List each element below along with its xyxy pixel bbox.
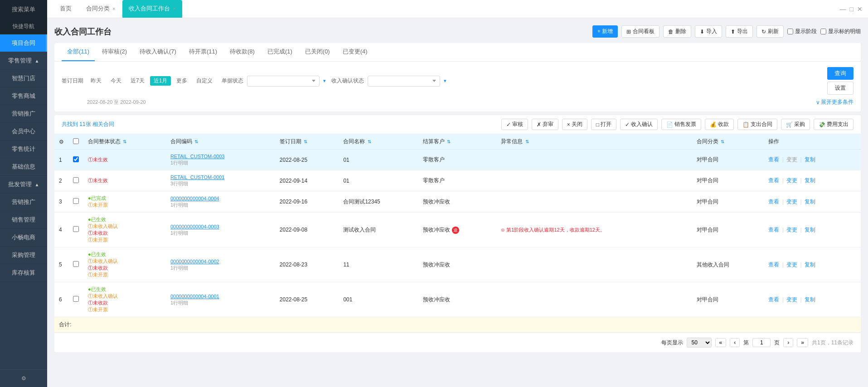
expand-more-button[interactable]: ∨ 展开更多条件	[816, 98, 853, 106]
sidebar-item-member[interactable]: 会员中心	[0, 123, 47, 140]
settings-icon[interactable]: ⚙	[59, 139, 64, 145]
table-scroll-area[interactable]: ⚙ 合同整体状态 ⇅ 合同编码 ⇅ 签订日期 ⇅ 合同名称 ⇅ 结算客户 ⇅ 异…	[54, 134, 861, 333]
filter-tab-6[interactable]: 已关闭(0)	[300, 43, 335, 61]
contract-code-link[interactable]: RETAIL_CUSTOM-0003	[170, 154, 224, 159]
sidebar-item-sales-mgmt[interactable]: 销售管理	[0, 211, 47, 229]
op-复制[interactable]: 复制	[805, 177, 815, 184]
board-button[interactable]: ⊞ 合同看板	[621, 25, 659, 38]
row-checkbox[interactable]	[73, 156, 79, 162]
filter-setting-button[interactable]: 设置	[827, 82, 853, 95]
row-checkbox[interactable]	[73, 296, 79, 302]
table-action-采购[interactable]: 🛒采购	[781, 119, 810, 130]
tab-contract-cat[interactable]: 合同分类 ×	[79, 0, 122, 18]
contract-code-link[interactable]: 0000000000004-0001	[170, 294, 219, 299]
sidebar-item-basic-info[interactable]: 基础信息	[0, 158, 47, 176]
sidebar-item-xiaochangec[interactable]: 小畅电商	[0, 229, 47, 247]
date-sort-icon[interactable]: ⇅	[304, 139, 307, 144]
contract-code-link[interactable]: 0000000000004-0004	[170, 196, 219, 201]
maximize-icon[interactable]: □	[850, 5, 853, 13]
sidebar-item-wholesale[interactable]: 批发管理 ▲	[0, 176, 47, 194]
name-sort-icon[interactable]: ⇅	[368, 139, 371, 144]
table-action-收款[interactable]: 💰收款	[705, 119, 734, 130]
show-fields-checkbox[interactable]: 显示阶段	[787, 28, 817, 35]
sidebar-quick-nav[interactable]: 快捷导航	[0, 19, 47, 34]
tab-close-icon-contract-cat[interactable]: ×	[112, 6, 115, 11]
op-复制[interactable]: 复制	[805, 198, 815, 205]
sidebar-item-project[interactable]: 项目合同	[0, 34, 47, 52]
tab-home[interactable]: 首页	[53, 0, 79, 18]
tab-income-contract[interactable]: 收入合同工作台 ×	[122, 0, 182, 18]
filter-tab-1[interactable]: 待审核(2)	[97, 43, 132, 61]
op-查看[interactable]: 查看	[768, 156, 779, 163]
table-action-弃审[interactable]: ✗弃审	[532, 119, 558, 130]
page-size-select[interactable]: 50 20 100	[687, 338, 712, 348]
customer-sort-icon[interactable]: ⇅	[447, 139, 451, 144]
table-action-支出合同[interactable]: 📋支出合同	[737, 119, 777, 130]
page-input[interactable]	[752, 338, 771, 347]
date-shortcut-0[interactable]: 昨天	[87, 76, 105, 86]
op-变更[interactable]: 变更	[786, 261, 797, 268]
op-复制[interactable]: 复制	[805, 261, 815, 268]
filter-tab-5[interactable]: 已完成(1)	[262, 43, 298, 61]
sidebar-item-marketing[interactable]: 营销推广	[0, 105, 47, 123]
table-action-审核[interactable]: ✓审核	[501, 119, 528, 130]
contract-code-link[interactable]: RETAIL_CUSTOM-0001	[170, 174, 224, 180]
op-查看[interactable]: 查看	[768, 177, 779, 184]
row-checkbox[interactable]	[73, 226, 79, 232]
date-shortcut-2[interactable]: 近7天	[127, 76, 148, 86]
category-sort-icon[interactable]: ⇅	[721, 139, 724, 144]
minimize-icon[interactable]: —	[840, 5, 846, 13]
op-变更[interactable]: 变更	[786, 296, 797, 303]
contract-code-link[interactable]: 0000000000004-0003	[170, 224, 219, 229]
date-shortcut-5[interactable]: 自定义	[193, 76, 216, 86]
query-button[interactable]: 查询	[827, 67, 853, 80]
op-变更[interactable]: 变更	[786, 198, 797, 205]
new-button[interactable]: + 新增	[592, 25, 618, 38]
filter-tab-2[interactable]: 待收入确认(7)	[134, 43, 182, 61]
sidebar-item-inventory[interactable]: 库存核算	[0, 264, 47, 282]
date-shortcut-1[interactable]: 今天	[107, 76, 125, 86]
contract-code-link[interactable]: 0000000000004-0002	[170, 259, 219, 264]
table-action-费用支出[interactable]: 💸费用支出	[814, 119, 853, 130]
status-sort-icon[interactable]: ⇅	[123, 139, 126, 144]
op-复制[interactable]: 复制	[805, 156, 815, 163]
refresh-button[interactable]: ↻ 刷新	[756, 25, 784, 38]
sidebar-search[interactable]: 搜索菜单	[0, 0, 47, 19]
delete-button[interactable]: 🗑 删除	[663, 25, 691, 38]
table-action-收入确认[interactable]: ✓收入确认	[620, 119, 658, 130]
table-action-打开[interactable]: □打开	[591, 119, 616, 130]
op-查看[interactable]: 查看	[768, 296, 779, 303]
filter-tab-0[interactable]: 全部(11)	[62, 43, 95, 61]
sidebar-item-mkt-promo[interactable]: 营销推广	[0, 194, 47, 211]
sidebar-settings-button[interactable]: ⚙	[0, 369, 47, 387]
op-变更[interactable]: 变更	[786, 156, 797, 163]
op-查看[interactable]: 查看	[768, 261, 779, 268]
code-sort-icon[interactable]: ⇅	[194, 139, 198, 144]
row-checkbox[interactable]	[73, 177, 79, 183]
op-查看[interactable]: 查看	[768, 227, 779, 233]
select-all-checkbox[interactable]	[73, 138, 79, 144]
row-checkbox[interactable]	[73, 261, 79, 267]
op-复制[interactable]: 复制	[805, 296, 815, 303]
date-shortcut-4[interactable]: 更多	[173, 76, 191, 86]
sidebar-item-purchase[interactable]: 采购管理	[0, 247, 47, 264]
filter-tab-7[interactable]: 已变更(4)	[337, 43, 373, 61]
sidebar-item-retail-mgmt[interactable]: 零售管理 ▲	[0, 52, 47, 70]
last-page-button[interactable]: »	[797, 338, 808, 347]
export-button[interactable]: ⬆ 导出	[726, 25, 753, 38]
show-details-checkbox[interactable]: 显示标的明细	[820, 28, 861, 35]
sidebar-item-retail-stat[interactable]: 零售统计	[0, 140, 47, 158]
import-button[interactable]: ⬇ 导入	[695, 25, 722, 38]
abnormal-sort-icon[interactable]: ⇅	[525, 139, 529, 144]
op-复制[interactable]: 复制	[805, 227, 815, 233]
op-变更[interactable]: 变更	[786, 227, 797, 233]
row-checkbox[interactable]	[73, 198, 79, 204]
table-action-关闭[interactable]: ×关闭	[562, 119, 587, 130]
table-action-销售发票[interactable]: 📄销售发票	[661, 119, 701, 130]
op-变更[interactable]: 变更	[786, 177, 797, 184]
tab-close-icon-income-contract[interactable]: ×	[173, 6, 175, 11]
filter-tab-4[interactable]: 待收款(8)	[224, 43, 260, 61]
sidebar-item-retail-mall[interactable]: 零售商城	[0, 87, 47, 105]
prev-page-button[interactable]: ‹	[730, 338, 740, 347]
op-查看[interactable]: 查看	[768, 198, 779, 205]
